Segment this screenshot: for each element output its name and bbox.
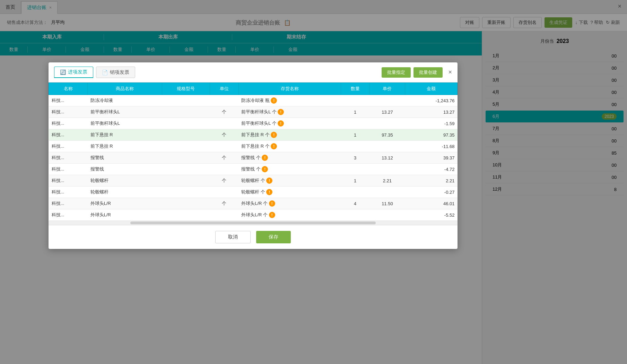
cell-qty-9: 4 — [341, 198, 369, 209]
save-button[interactable]: 保存 — [256, 231, 291, 243]
table-row: 科技... 前平衡杆球头L 个 前平衡杆球头L 个 ! 1 13.27 13.2… — [49, 106, 458, 118]
cell-unit-price-9: 11.50 — [369, 198, 405, 209]
cell-qty-2 — [341, 118, 369, 129]
cell-inventory-5: 报警线 个 ! — [238, 152, 341, 164]
table-header-row: 名称 商品名称 规格型号 单位 存货名称 数量 单价 金额 — [49, 83, 458, 95]
cell-product-7: 轮毂螺杆 — [88, 175, 162, 187]
cell-unit-8 — [210, 187, 238, 198]
table-row: 科技... 前下悬挂 R 前下悬挂 R 个 ! -11.68 — [49, 141, 458, 152]
cell-unit-price-1: 13.27 — [369, 106, 405, 118]
cell-unit-price-2 — [369, 118, 405, 129]
table-row: 科技... 外球头L/R 外球头L/R 个 ! -5.52 — [49, 209, 458, 221]
tab-inbound-invoice[interactable]: 🔄 进项发票 — [54, 67, 93, 78]
cell-inventory-6: 报警线 个 ! — [238, 164, 341, 175]
invoice-table-wrapper: 名称 商品名称 规格型号 单位 存货名称 数量 单价 金额 科技... 防冻冷却… — [49, 83, 458, 221]
warn-icon[interactable]: ! — [271, 97, 277, 104]
cell-spec-10 — [162, 209, 210, 221]
cell-unit-price-10 — [369, 209, 405, 221]
cell-spec-6 — [162, 164, 210, 175]
cell-unit-price-6 — [369, 164, 405, 175]
invoice-modal: 🔄 进项发票 📄 销项发票 批量指定 批量创建 × 名称 商品名称 规格型号 — [49, 62, 458, 249]
cell-inventory-7: 轮毂螺杆 个 ! — [238, 175, 341, 187]
table-row: 科技... 报警线 报警线 个 ! -4.72 — [49, 164, 458, 175]
cell-name-1: 科技... — [49, 106, 88, 118]
table-row: 科技... 报警线 个 报警线 个 ! 3 13.12 39.37 — [49, 152, 458, 164]
cell-spec-4 — [162, 141, 210, 152]
cell-product-3: 前下悬挂 R — [88, 129, 162, 141]
cell-amount-1: 13.27 — [405, 106, 458, 118]
col-amount: 金额 — [405, 83, 458, 95]
cell-inventory-9: 外球头L/R 个 ! — [238, 198, 341, 209]
col-product: 商品名称 — [88, 83, 162, 95]
cell-product-10: 外球头L/R — [88, 209, 162, 221]
cell-inventory-8: 轮毂螺杆 个 ! — [238, 187, 341, 198]
cell-amount-3: 97.35 — [405, 129, 458, 141]
cell-product-9: 外球头L/R — [88, 198, 162, 209]
col-spec: 规格型号 — [162, 83, 210, 95]
cell-name-4: 科技... — [49, 141, 88, 152]
cell-unit-price-4 — [369, 141, 405, 152]
cell-spec-8 — [162, 187, 210, 198]
cell-name-2: 科技... — [49, 118, 88, 129]
tab-outbound-invoice[interactable]: 📄 销项发票 — [96, 67, 135, 78]
h-scroll-thumb[interactable] — [130, 222, 376, 224]
cell-spec-9 — [162, 198, 210, 209]
cell-qty-10 — [341, 209, 369, 221]
cell-qty-1: 1 — [341, 106, 369, 118]
tab-outbound-label: 销项发票 — [110, 69, 129, 76]
warn-icon[interactable]: ! — [271, 132, 277, 138]
modal-header: 🔄 进项发票 📄 销项发票 批量指定 批量创建 × — [49, 62, 458, 83]
cell-product-5: 报警线 — [88, 152, 162, 164]
col-name: 名称 — [49, 83, 88, 95]
cell-spec-5 — [162, 152, 210, 164]
cell-unit-10 — [210, 209, 238, 221]
cell-inventory-1: 前平衡杆球头L 个 ! — [238, 106, 341, 118]
table-row: 科技... 前下悬挂 R 个 前下悬挂 R 个 ! 1 97.35 97.35 — [49, 129, 458, 141]
cell-amount-9: 46.01 — [405, 198, 458, 209]
cell-amount-4: -11.68 — [405, 141, 458, 152]
cancel-button[interactable]: 取消 — [215, 231, 251, 243]
cell-inventory-10: 外球头L/R 个 ! — [238, 209, 341, 221]
table-row: 科技... 外球头L/R 个 外球头L/R 个 ! 4 11.50 46.01 — [49, 198, 458, 209]
cell-unit-price-0 — [369, 95, 405, 106]
modal-actions: 批量指定 批量创建 — [382, 67, 443, 78]
table-row: 科技... 轮毂螺杆 个 轮毂螺杆 个 ! 1 2.21 2.21 — [49, 175, 458, 187]
cell-unit-price-8 — [369, 187, 405, 198]
warn-icon[interactable]: ! — [262, 166, 268, 172]
table-row: 科技... 轮毂螺杆 轮毂螺杆 个 ! -0.27 — [49, 187, 458, 198]
invoice-table: 名称 商品名称 规格型号 单位 存货名称 数量 单价 金额 科技... 防冻冷却… — [49, 83, 458, 221]
cell-qty-6 — [341, 164, 369, 175]
cell-unit-0 — [210, 95, 238, 106]
col-inventory: 存货名称 — [238, 83, 341, 95]
cell-unit-6 — [210, 164, 238, 175]
col-qty: 数量 — [341, 83, 369, 95]
warn-icon[interactable]: ! — [266, 177, 272, 184]
cell-product-4: 前下悬挂 R — [88, 141, 162, 152]
cell-spec-2 — [162, 118, 210, 129]
warn-icon[interactable]: ! — [271, 143, 277, 149]
batch-specify-button[interactable]: 批量指定 — [382, 67, 411, 78]
warn-icon[interactable]: ! — [266, 189, 272, 195]
cell-amount-8: -0.27 — [405, 187, 458, 198]
cell-product-1: 前平衡杆球头L — [88, 106, 162, 118]
cell-spec-1 — [162, 106, 210, 118]
cell-product-8: 轮毂螺杆 — [88, 187, 162, 198]
cell-qty-0 — [341, 95, 369, 106]
batch-create-button[interactable]: 批量创建 — [413, 67, 443, 78]
cell-name-7: 科技... — [49, 175, 88, 187]
warn-icon[interactable]: ! — [269, 200, 275, 207]
cell-spec-3 — [162, 129, 210, 141]
cell-product-6: 报警线 — [88, 164, 162, 175]
warn-icon[interactable]: ! — [269, 212, 275, 218]
warn-icon[interactable]: ! — [262, 155, 268, 161]
cell-unit-price-7: 2.21 — [369, 175, 405, 187]
cell-unit-2 — [210, 118, 238, 129]
cell-product-2: 前平衡杆球头L — [88, 118, 162, 129]
horizontal-scrollbar[interactable] — [49, 221, 458, 225]
cell-unit-7: 个 — [210, 175, 238, 187]
modal-close-button[interactable]: × — [448, 69, 452, 76]
warn-icon[interactable]: ! — [278, 120, 284, 127]
warn-icon[interactable]: ! — [278, 109, 284, 115]
cell-qty-8 — [341, 187, 369, 198]
cell-inventory-0: 防冻冷却液 瓶 ! — [238, 95, 341, 106]
